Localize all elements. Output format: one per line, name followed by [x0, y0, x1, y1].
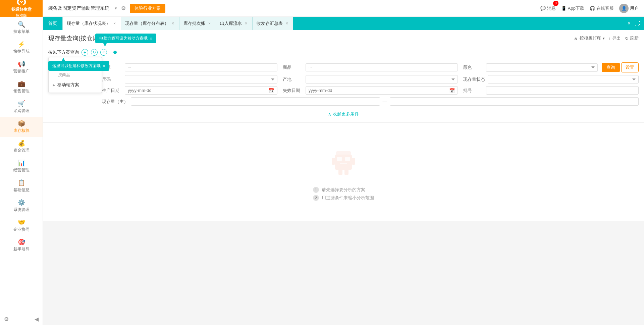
- collapse-sidebar-icon[interactable]: ◀: [35, 316, 39, 322]
- main-content: 装备及固定资产辅助管理系统 ▾ ⚙ 体验行业方案 💬 9 消息 📱 App下载 …: [43, 0, 644, 325]
- tab-bar: 首页 现存量（库存状况表） × 现存量（库存分布表） × 库存批次账 × 出入库…: [43, 17, 644, 30]
- tab-summary-label: 收发存汇总表: [257, 20, 283, 26]
- app-logo: 畅通好生意 标准版: [0, 0, 43, 17]
- sidebar-bottom: ⚙ ◀: [0, 313, 43, 325]
- filter-dots-icon: ···: [128, 65, 131, 70]
- settings-bottom-icon[interactable]: ⚙: [4, 316, 9, 322]
- collapse-button[interactable]: ∧ 收起更多条件: [48, 108, 639, 120]
- tab-inventory-distribution[interactable]: 现存量（库存分布表） ×: [121, 17, 179, 30]
- query-button[interactable]: 查询: [602, 63, 620, 72]
- collapse-label: 收起更多条件: [333, 111, 359, 117]
- tab-summary[interactable]: 收发存汇总表 ×: [252, 17, 293, 30]
- refresh-button[interactable]: ↻ 刷新: [625, 35, 639, 41]
- empty-state: 1 请先选择要分析的方案 2 用过滤条件来缩小分析范围: [43, 123, 644, 221]
- app-download-button[interactable]: 📱 App下载: [561, 5, 584, 11]
- page-content: 现存量查询(按仓库+商品) 🖨 按模板打印 ▾ ↑ 导出 ↻ 刷新: [43, 30, 644, 325]
- filter-batch-label: 批号: [463, 88, 483, 94]
- svg-rect-10: [336, 151, 351, 155]
- app-download-label: App下载: [568, 5, 584, 11]
- filter-color: 颜色 查询 设置: [463, 62, 639, 72]
- tab-inventory-distribution-close[interactable]: ×: [171, 21, 175, 26]
- tab-close-all-button[interactable]: ×: [626, 19, 632, 28]
- tooltip-arrow-up: [62, 58, 65, 61]
- print-icon: 🖨: [574, 36, 578, 41]
- svg-point-1: [21, 2, 22, 3]
- tab-inventory-status-close[interactable]: ×: [112, 21, 117, 26]
- sidebar-item-marketing[interactable]: 📢 营销推广: [0, 58, 43, 77]
- scheme-tooltip-close[interactable]: ×: [150, 36, 152, 41]
- empty-illustration: [327, 143, 360, 183]
- filter-product: 商品 ···: [283, 62, 458, 72]
- sidebar-item-purchase[interactable]: 🛒 采购管理: [0, 97, 43, 117]
- tab-batch-account[interactable]: 库存批次账 ×: [179, 17, 216, 30]
- sidebar-item-search[interactable]: 🔍 搜索菜单: [0, 18, 43, 38]
- filter-product-dots-icon: ···: [309, 65, 312, 70]
- setting-button[interactable]: 设置: [621, 62, 639, 72]
- scheme-tooltip: 电脑方案可设为移动方案哦 ×: [95, 34, 156, 43]
- tab-inventory-status[interactable]: 现存量（库存状况表） ×: [62, 17, 121, 30]
- filter-expire-date-from[interactable]: 📅: [306, 86, 458, 95]
- print-dropdown-icon: ▾: [603, 36, 605, 41]
- logo-icon: [17, 0, 26, 5]
- filter-size-select[interactable]: [125, 75, 277, 84]
- scheme-sub-item[interactable]: 按商品: [49, 70, 102, 80]
- edit-tooltip-close[interactable]: ×: [103, 63, 105, 69]
- filter-color-select[interactable]: [486, 63, 598, 72]
- filter-expire-date-input[interactable]: [306, 87, 447, 94]
- chevron-up-icon: ∧: [328, 112, 331, 117]
- sidebar-item-inventory[interactable]: 📦 库存核算: [0, 117, 43, 137]
- empty-hint-1: 1 请先选择要分析的方案: [313, 187, 365, 193]
- scheme-mobile-item[interactable]: ▶ 移动端方案: [49, 80, 102, 90]
- tab-flow-close[interactable]: ×: [244, 21, 248, 26]
- svg-rect-8: [338, 170, 342, 175]
- tab-home[interactable]: 首页: [43, 17, 62, 30]
- sidebar-item-enterprise[interactable]: 🤝 企业协同: [0, 216, 43, 236]
- sidebar-item-nav-label: 快捷导航: [13, 49, 30, 54]
- user-profile-button[interactable]: 👤 用户: [619, 4, 639, 13]
- filter-origin-select[interactable]: [306, 75, 458, 84]
- svg-rect-6: [332, 158, 335, 165]
- calendar-icon-expire[interactable]: 📅: [446, 88, 458, 93]
- filter-back-button[interactable]: «: [100, 49, 107, 56]
- filter-stock-qty-from[interactable]: [131, 97, 380, 106]
- calendar-icon-prod-from[interactable]: 📅: [266, 88, 277, 93]
- sidebar-item-guide[interactable]: 🎯 新手引导: [0, 236, 43, 256]
- empty-hint-2: 2 用过滤条件来缩小分析范围: [313, 195, 374, 201]
- system-dropdown-icon[interactable]: ▾: [115, 6, 117, 11]
- export-button[interactable]: ↑ 导出: [609, 35, 621, 41]
- sidebar-item-basic[interactable]: 📋 基础信息: [0, 176, 43, 196]
- trial-button[interactable]: 体验行业方案: [130, 4, 165, 13]
- svg-rect-9: [344, 170, 348, 175]
- sidebar-item-finance[interactable]: 💰 资金管理: [0, 137, 43, 157]
- tab-batch-account-close[interactable]: ×: [207, 21, 212, 26]
- tab-fullscreen-button[interactable]: ⛶: [633, 19, 641, 28]
- online-support-label: 在线客服: [596, 5, 614, 11]
- sidebar-menu: 🔍 搜索菜单 ⚡ 快捷导航 📢 营销推广 💼 销售管理 🛒 采购管理 📦 库存核…: [0, 17, 43, 313]
- filter-refresh-button[interactable]: ↻: [91, 49, 98, 56]
- message-button[interactable]: 💬 9 消息: [540, 5, 556, 11]
- filter-stock-status-select[interactable]: [488, 75, 639, 84]
- tab-flow[interactable]: 出入库流水 ×: [216, 17, 252, 30]
- inventory-icon: 📦: [18, 120, 25, 126]
- online-support-button[interactable]: 🎧 在线客服: [590, 5, 614, 11]
- nav-icon: ⚡: [18, 41, 25, 47]
- sidebar-item-sales[interactable]: 💼 销售管理: [0, 77, 43, 97]
- app-version: 标准版: [16, 13, 27, 18]
- empty-hints: 1 请先选择要分析的方案 2 用过滤条件来缩小分析范围: [313, 187, 374, 201]
- filter-product-input[interactable]: ···: [306, 63, 458, 71]
- sidebar-item-operations[interactable]: 📊 经营管理: [0, 157, 43, 176]
- filter-stock-qty-to[interactable]: [390, 97, 639, 106]
- filter-prod-date-from[interactable]: 📅: [125, 86, 277, 95]
- tab-home-label: 首页: [48, 20, 57, 26]
- filter-add-button[interactable]: +: [82, 49, 88, 56]
- filter-batch-input[interactable]: [486, 86, 639, 95]
- refresh-label: 刷新: [630, 35, 639, 41]
- sidebar-item-system[interactable]: ⚙️ 系统管理: [0, 196, 43, 216]
- header-settings-button[interactable]: ⚙: [121, 5, 126, 11]
- sidebar-item-nav[interactable]: ⚡ 快捷导航: [0, 38, 43, 58]
- filter-prod-date-from-input[interactable]: [125, 87, 266, 94]
- edit-tooltip-wrapper: 这里可以创建和修改方案哦 ×: [48, 61, 109, 71]
- tab-summary-close[interactable]: ×: [285, 21, 289, 26]
- filter-warehouse-input[interactable]: ···: [125, 63, 277, 71]
- print-button[interactable]: 🖨 按模板打印 ▾: [574, 35, 605, 41]
